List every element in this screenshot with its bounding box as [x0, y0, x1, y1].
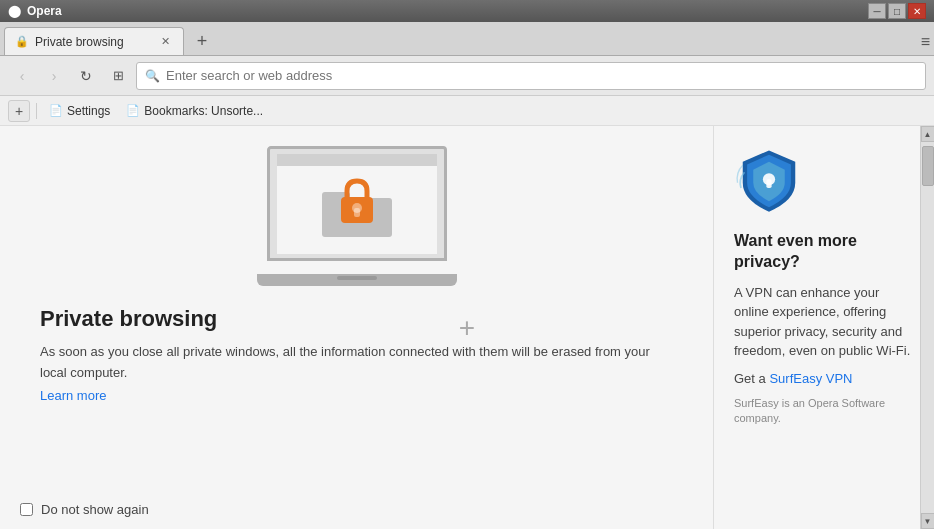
tab-right-controls: ≡	[921, 33, 930, 55]
tab-bar: 🔒 Private browsing ✕ + ≡	[0, 22, 934, 56]
main-content: Private browsing As soon as you close al…	[0, 126, 934, 529]
title-bar-text: Opera	[27, 4, 62, 18]
scrollbar: ▲ ▼	[920, 126, 934, 529]
title-bar-controls: ─ □ ✕	[868, 3, 926, 19]
right-panel: Want even more privacy? A VPN can enhanc…	[714, 126, 934, 529]
reload-button[interactable]: ↻	[72, 62, 100, 90]
tab-close-button[interactable]: ✕	[157, 34, 173, 50]
vpn-cta: Get a SurfEasy VPN	[734, 371, 914, 386]
bookmarks-icon: 📄	[126, 104, 140, 117]
svg-rect-6	[766, 179, 771, 188]
surfeasy-link[interactable]: SurfEasy VPN	[769, 371, 852, 386]
screen-top-bar	[277, 154, 437, 166]
do-not-show-label: Do not show again	[41, 502, 149, 517]
settings-label: Settings	[67, 104, 110, 118]
new-tab-button[interactable]: +	[188, 27, 216, 55]
tab-label: Private browsing	[35, 35, 151, 49]
add-bookmark-button[interactable]: +	[8, 100, 30, 122]
title-bar: ⬤ Opera ─ □ ✕	[0, 0, 934, 22]
vpn-shield-icon	[734, 146, 804, 216]
laptop-screen	[267, 146, 447, 261]
svg-rect-4	[354, 208, 360, 217]
settings-icon: 📄	[49, 104, 63, 117]
laptop-base	[257, 274, 457, 286]
left-panel: Private browsing As soon as you close al…	[0, 126, 714, 529]
forward-button[interactable]: ›	[40, 62, 68, 90]
bookmarks-divider	[36, 103, 37, 119]
lock-svg	[339, 177, 375, 227]
vpn-footnote: SurfEasy is an Opera Software company.	[734, 396, 914, 427]
bookmarks-label: Bookmarks: Unsorte...	[144, 104, 263, 118]
close-window-button[interactable]: ✕	[908, 3, 926, 19]
grid-view-button[interactable]: ⊞	[104, 62, 132, 90]
nav-bar: ‹ › ↻ ⊞ 🔍	[0, 56, 934, 96]
scroll-down-button[interactable]: ▼	[921, 513, 935, 529]
minimize-button[interactable]: ─	[868, 3, 886, 19]
private-browsing-description: As soon as you close all private windows…	[40, 342, 673, 384]
do-not-show-checkbox[interactable]	[20, 503, 33, 516]
learn-more-link[interactable]: Learn more	[40, 388, 106, 403]
bookmarks-bar: + 📄 Settings 📄 Bookmarks: Unsorte...	[0, 96, 934, 126]
plus-separator: +	[459, 312, 475, 344]
vpn-cta-text: Get a	[734, 371, 766, 386]
laptop-illustration	[257, 146, 457, 286]
scroll-up-button[interactable]: ▲	[921, 126, 935, 142]
scroll-thumb[interactable]	[922, 146, 934, 186]
vpn-headline: Want even more privacy?	[734, 231, 914, 273]
bookmarks-bookmark[interactable]: 📄 Bookmarks: Unsorte...	[120, 102, 269, 120]
opera-logo: ⬤	[8, 4, 21, 18]
vpn-description: A VPN can enhance your online experience…	[734, 283, 914, 361]
address-bar[interactable]: 🔍	[136, 62, 926, 90]
search-input[interactable]	[166, 68, 917, 83]
screen-inner	[277, 154, 437, 254]
do-not-show-row: Do not show again	[20, 502, 149, 517]
private-browsing-title: Private browsing	[40, 306, 217, 332]
settings-bookmark[interactable]: 📄 Settings	[43, 102, 116, 120]
search-icon: 🔍	[145, 69, 160, 83]
private-tab-icon: 🔒	[15, 35, 29, 48]
tab-menu-icon[interactable]: ≡	[921, 33, 930, 51]
private-browsing-tab[interactable]: 🔒 Private browsing ✕	[4, 27, 184, 55]
maximize-button[interactable]: □	[888, 3, 906, 19]
back-button[interactable]: ‹	[8, 62, 36, 90]
